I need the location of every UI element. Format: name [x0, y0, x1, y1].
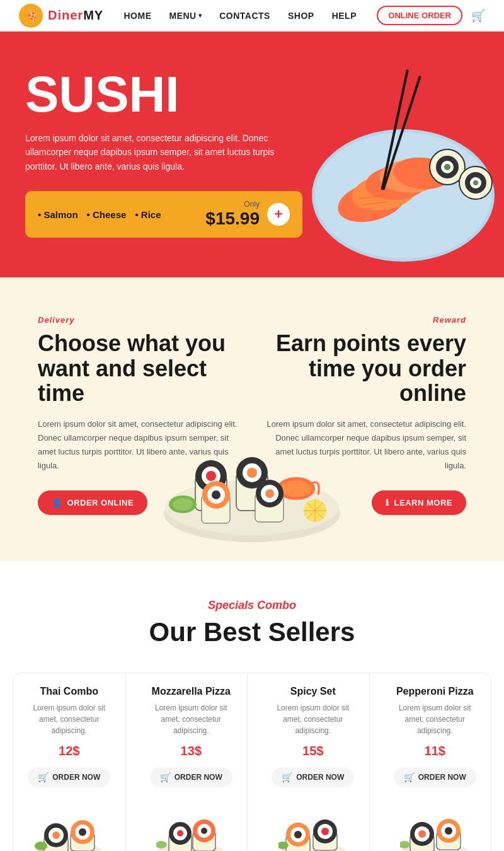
learn-more-label: LEARN MORE	[394, 498, 452, 507]
hero-product-items: Salmon Cheese Rice	[38, 209, 161, 220]
svg-point-30	[280, 480, 312, 497]
cart-icon-0: 🛒	[38, 772, 49, 782]
cart-icon-3: 🛒	[404, 772, 415, 782]
ingredient-salmon: Salmon	[38, 209, 78, 220]
order-now-label-3: ORDER NOW	[418, 773, 466, 782]
product-image-1	[145, 797, 238, 851]
product-price-2: 15$	[302, 744, 323, 758]
product-desc-2: Lorem ipsum dolor sit amet, consectetur …	[266, 702, 360, 736]
nav-links: HOME MENU CONTACTS SHOP HELP	[123, 10, 357, 21]
products-grid: Thai Combo Lorem ipsum dolor sit amet, c…	[13, 673, 491, 851]
order-now-button-2[interactable]: 🛒 ORDER NOW	[272, 767, 354, 787]
order-online-label: ORDER ONLINE	[67, 498, 134, 507]
product-price-1: 13$	[181, 744, 202, 758]
product-image-3	[389, 797, 482, 851]
product-card-spicy-set: Spicy Set Lorem ipsum dolor sit amet, co…	[257, 673, 370, 851]
product-name-3: Pepperoni Pizza	[396, 686, 474, 697]
svg-point-40	[173, 498, 193, 511]
product-card-thai-combo: Thai Combo Lorem ipsum dolor sit amet, c…	[13, 673, 126, 851]
svg-point-38	[265, 489, 274, 498]
specials-title: Our Best Sellers	[13, 617, 491, 647]
hero-price-block: Only $15.99 +	[205, 200, 290, 229]
features-section: Delivery Choose what you want and select…	[0, 277, 504, 561]
learn-more-button[interactable]: ℹ LEARN MORE	[372, 490, 466, 515]
svg-point-34	[212, 490, 220, 499]
svg-point-84	[445, 827, 452, 835]
product-price-0: 12$	[59, 744, 79, 758]
nav-home[interactable]: HOME	[123, 11, 151, 21]
reward-title: Earn points every time you order online	[265, 331, 466, 406]
hero-description: Lorem ipsum dolor sit amet, consectetur …	[25, 131, 302, 173]
order-now-button-0[interactable]: 🛒 ORDER NOW	[28, 767, 110, 787]
center-sushi-image	[158, 410, 346, 548]
reward-label: Reward	[433, 315, 466, 325]
svg-point-70	[294, 831, 302, 838]
brand-name: DinerMY	[48, 8, 103, 23]
ingredient-cheese: Cheese	[87, 209, 127, 220]
product-image-2	[266, 797, 360, 851]
svg-point-24	[206, 471, 216, 481]
product-name-0: Thai Combo	[40, 686, 98, 697]
specials-section: Specials Combo Our Best Sellers Thai Com…	[0, 561, 504, 851]
product-name-1: Mozzarella Pizza	[152, 686, 231, 697]
hero-product-card: Salmon Cheese Rice Only $15.99 +	[25, 191, 302, 238]
svg-point-55	[35, 842, 47, 850]
cart-icon[interactable]: 🛒	[471, 9, 485, 23]
order-now-label-1: ORDER NOW	[175, 773, 222, 782]
cart-icon-2: 🛒	[282, 772, 292, 782]
product-name-2: Spicy Set	[290, 686, 336, 697]
product-card-mozzarella-pizza: Mozzarella Pizza Lorem ipsum dolor sit a…	[135, 673, 248, 851]
learn-more-icon: ℹ	[386, 498, 389, 507]
order-online-icon: 👤	[52, 498, 62, 507]
hero-title: SUSHI	[25, 69, 328, 120]
order-now-label-2: ORDER NOW	[296, 773, 344, 782]
brand-logo[interactable]: 🍕 DinerMY	[19, 4, 103, 28]
logo-icon: 🍕	[19, 4, 43, 28]
svg-point-80	[418, 830, 426, 838]
ingredient-rice: Rice	[135, 209, 161, 220]
product-price-3: 11$	[425, 744, 445, 758]
nav-shop[interactable]: SHOP	[288, 11, 314, 21]
online-order-button[interactable]: ONLINE ORDER	[377, 6, 462, 25]
product-desc-1: Lorem ipsum dolor sit amet, consectetur …	[145, 702, 238, 736]
hero-price: $15.99	[205, 209, 260, 229]
svg-point-12	[444, 164, 450, 170]
svg-point-74	[321, 828, 329, 835]
order-now-label-0: ORDER NOW	[52, 773, 100, 782]
order-online-button[interactable]: 👤 ORDER ONLINE	[38, 490, 147, 515]
nav-menu[interactable]: MENU	[169, 11, 202, 21]
order-now-button-3[interactable]: 🛒 ORDER NOW	[394, 767, 476, 787]
order-now-button-1[interactable]: 🛒 ORDER NOW	[150, 767, 232, 787]
hero-content: SUSHI Lorem ipsum dolor sit amet, consec…	[25, 69, 328, 238]
price-label: Only	[205, 200, 260, 209]
add-to-cart-button[interactable]: +	[267, 203, 290, 226]
svg-point-50	[52, 831, 60, 839]
cart-icon-1: 🛒	[160, 772, 171, 782]
svg-point-64	[201, 828, 207, 834]
svg-point-60	[177, 830, 183, 837]
navbar: 🍕 DinerMY HOME MENU CONTACTS SHOP HELP O…	[0, 0, 504, 32]
svg-point-54	[79, 828, 86, 836]
hero-sushi-image	[296, 44, 498, 265]
nav-help[interactable]: HELP	[332, 11, 357, 21]
nav-contacts[interactable]: CONTACTS	[219, 11, 270, 21]
svg-point-28	[247, 468, 257, 478]
delivery-title: Choose what you want and select time	[38, 331, 239, 406]
specials-label: Specials Combo	[13, 599, 491, 612]
product-desc-0: Lorem ipsum dolor sit amet, consectetur …	[23, 702, 116, 736]
delivery-label: Delivery	[38, 315, 239, 325]
product-image-0	[23, 797, 116, 851]
product-card-pepperoni-pizza: Pepperoni Pizza Lorem ipsum dolor sit am…	[379, 673, 491, 851]
product-desc-3: Lorem ipsum dolor sit amet, consectetur …	[389, 702, 482, 736]
svg-point-16	[473, 180, 478, 185]
hero-section: SUSHI Lorem ipsum dolor sit amet, consec…	[0, 32, 504, 277]
